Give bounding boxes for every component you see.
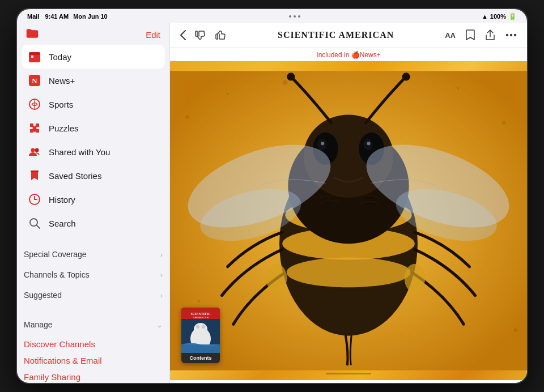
content-area: SCIENTIFIC AMERICAN AA <box>170 23 527 383</box>
today-icon <box>27 49 42 64</box>
bee-illustration <box>170 61 527 380</box>
manage-links: Discover Channels Notifications & Email … <box>17 335 169 383</box>
history-icon <box>27 192 42 207</box>
svg-point-52 <box>194 323 207 335</box>
share-button[interactable] <box>483 27 498 43</box>
like-button[interactable] <box>213 27 229 43</box>
contents-thumbnail[interactable]: SCIENTIFIC AMERICAN <box>181 308 220 363</box>
sidebar-item-today[interactable]: Today <box>22 45 165 69</box>
channels-topics-chevron: › <box>160 271 163 279</box>
sidebar-nav: Today N News+ <box>17 45 169 235</box>
shared-icon <box>27 144 42 159</box>
sidebar: Edit Today <box>17 23 170 383</box>
sidebar-item-newsplus[interactable]: N News+ <box>22 69 165 92</box>
svg-point-20 <box>227 93 229 95</box>
svg-point-46 <box>405 264 426 293</box>
saved-label: Saved Stories <box>49 171 101 181</box>
newsplus-icon: N <box>27 73 42 88</box>
news-plus-text: Included in <box>316 51 351 59</box>
sidebar-item-channels-topics[interactable]: Channels & Topics › <box>17 265 169 285</box>
svg-point-54 <box>202 325 205 329</box>
more-button[interactable] <box>503 31 519 39</box>
svg-text:N: N <box>32 76 37 85</box>
puzzles-label: Puzzles <box>49 123 79 133</box>
svg-point-17 <box>514 34 516 36</box>
history-label: History <box>49 195 75 204</box>
svg-point-25 <box>514 329 517 332</box>
edit-button[interactable]: Edit <box>146 30 160 40</box>
article-title: SCIENTIFIC AMERICAN <box>278 30 394 40</box>
manage-label: Manage <box>24 320 53 329</box>
sports-label: Sports <box>49 100 73 109</box>
svg-point-37 <box>321 142 324 145</box>
svg-point-7 <box>31 148 35 152</box>
newsplus-label: News+ <box>49 76 75 86</box>
folder-icon <box>26 28 39 41</box>
svg-point-22 <box>457 87 459 90</box>
shared-label: Shared with You <box>49 147 110 157</box>
sidebar-item-search[interactable]: Search <box>22 211 165 235</box>
sidebar-item-saved[interactable]: Saved Stories <box>22 164 165 188</box>
page-indicator <box>326 373 371 374</box>
svg-point-40 <box>402 73 410 80</box>
search-icon <box>27 216 42 231</box>
svg-rect-55 <box>181 344 220 353</box>
status-center <box>289 15 300 18</box>
status-right: ▲ 100% 🔋 <box>482 12 517 20</box>
article-toolbar: SCIENTIFIC AMERICAN AA <box>170 23 527 48</box>
sidebar-item-suggested[interactable]: Suggested › <box>17 285 169 305</box>
sidebar-item-history[interactable]: History <box>22 188 165 211</box>
svg-text:AMERICAN: AMERICAN <box>193 316 209 319</box>
toolbar-left <box>178 27 229 43</box>
svg-line-14 <box>37 225 40 229</box>
special-coverage-chevron: › <box>160 250 163 259</box>
back-button[interactable] <box>178 28 188 42</box>
status-dots <box>289 15 300 18</box>
status-date: Mon Jun 10 <box>73 13 108 20</box>
channels-topics-label: Channels & Topics <box>24 270 90 279</box>
special-coverage-label: Special Coverage <box>24 250 87 259</box>
svg-point-19 <box>185 116 189 119</box>
status-left: Mail 9:41 AM Mon Jun 10 <box>27 13 108 20</box>
svg-point-16 <box>510 34 512 36</box>
svg-point-53 <box>196 325 199 329</box>
svg-point-8 <box>35 148 39 152</box>
aa-label: AA <box>445 31 456 40</box>
svg-text:SCIENTIFIC: SCIENTIFIC <box>190 312 210 316</box>
bookmark-button[interactable] <box>464 27 477 43</box>
battery-icon: 🔋 <box>508 12 517 20</box>
text-size-button[interactable]: AA <box>443 29 458 42</box>
svg-point-39 <box>287 73 295 80</box>
ipad-frame: Mail 9:41 AM Mon Jun 10 ▲ 100% 🔋 <box>17 9 527 383</box>
puzzles-icon <box>27 121 42 135</box>
sidebar-header: Edit <box>17 23 169 45</box>
svg-point-38 <box>367 142 371 145</box>
svg-point-15 <box>506 34 508 36</box>
svg-rect-2 <box>31 56 33 58</box>
svg-rect-1 <box>29 52 40 55</box>
family-sharing-link[interactable]: Family Sharing <box>24 369 163 383</box>
sidebar-item-special-coverage[interactable]: Special Coverage › <box>17 244 169 265</box>
svg-point-29 <box>286 258 410 288</box>
search-label: Search <box>49 219 76 228</box>
main-layout: Edit Today <box>17 23 527 383</box>
status-mail: Mail <box>27 13 39 20</box>
article-hero: SCIENTIFIC AMERICAN <box>170 61 527 380</box>
sidebar-item-shared[interactable]: Shared with You <box>22 140 165 164</box>
svg-point-24 <box>198 300 200 302</box>
toolbar-right: AA <box>443 27 519 43</box>
sidebar-item-puzzles[interactable]: Puzzles <box>22 116 165 140</box>
dislike-button[interactable] <box>193 27 209 43</box>
manage-header[interactable]: Manage ⌄ <box>17 314 169 335</box>
battery-percentage: 100% <box>490 13 506 20</box>
saved-icon <box>27 168 42 183</box>
discover-channels-link[interactable]: Discover Channels <box>24 336 163 352</box>
today-label: Today <box>49 52 71 62</box>
sidebar-sections: Special Coverage › Channels & Topics › S… <box>17 244 169 305</box>
contents-thumb-image: SCIENTIFIC AMERICAN <box>181 308 220 353</box>
suggested-chevron: › <box>160 291 163 300</box>
wifi-icon: ▲ <box>482 13 488 20</box>
sidebar-item-sports[interactable]: Sports <box>22 92 165 116</box>
notifications-email-link[interactable]: Notifications & Email <box>24 352 163 369</box>
svg-point-45 <box>266 264 287 293</box>
